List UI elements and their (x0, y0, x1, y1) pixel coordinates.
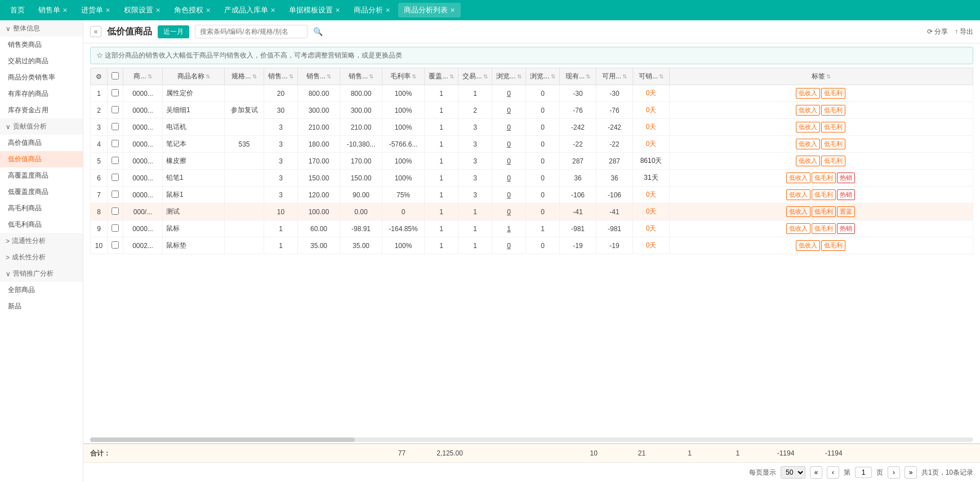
export-button[interactable]: ↑ 导出 (955, 27, 973, 37)
cell-browse1[interactable]: 0 (492, 136, 526, 153)
browse1-link[interactable]: 0 (507, 191, 511, 199)
row-checkbox[interactable] (112, 106, 119, 113)
nav-purchase[interactable]: 进货单✕ (75, 3, 116, 17)
col-sale2[interactable]: 销售...⇅ (298, 68, 340, 85)
browse1-link[interactable]: 0 (507, 140, 511, 148)
cell-browse1[interactable]: 0 (492, 153, 526, 170)
sidebar-group-growth[interactable]: > 成长性分析 (0, 249, 83, 266)
browse1-link[interactable]: 1 (507, 225, 511, 233)
horizontal-scrollbar[interactable] (90, 437, 973, 442)
row-checkbox[interactable] (112, 123, 119, 130)
browse1-link[interactable]: 0 (507, 157, 511, 165)
search-input[interactable] (195, 25, 308, 38)
sidebar-item-traded[interactable]: 交易过的商品 (0, 53, 83, 69)
nav-role[interactable]: 角色授权✕ (168, 3, 216, 17)
col-sale1[interactable]: 销售...⇅ (264, 68, 298, 85)
per-page-select[interactable]: 50 (781, 466, 805, 479)
cell-browse1[interactable]: 1 (492, 220, 526, 237)
nav-template[interactable]: 单据模板设置✕ (283, 3, 346, 17)
col-code[interactable]: 商...⇅ (123, 68, 163, 85)
browse1-link[interactable]: 0 (507, 174, 511, 182)
nav-sales-close[interactable]: ✕ (63, 7, 68, 14)
sidebar-item-capital[interactable]: 库存资金占用 (0, 102, 83, 118)
cell-checkbox[interactable] (108, 237, 123, 254)
next-page-button[interactable]: › (888, 466, 900, 479)
browse1-link[interactable]: 0 (507, 123, 511, 131)
col-spec[interactable]: 规格...⇅ (225, 68, 264, 85)
cell-browse1[interactable]: 0 (492, 237, 526, 254)
row-checkbox[interactable] (112, 207, 119, 215)
col-available[interactable]: 可用...⇅ (596, 68, 633, 85)
sidebar-group-contribution[interactable]: ∨ 贡献值分析 (0, 118, 83, 135)
sidebar-group-overview[interactable]: ∨ 整体信息 (0, 20, 83, 37)
col-tags[interactable]: 标签⇅ (670, 68, 973, 85)
cell-checkbox[interactable] (108, 153, 123, 170)
nav-analysis-list[interactable]: 商品分析列表✕ (398, 3, 461, 17)
cell-browse1[interactable]: 0 (492, 187, 526, 204)
sidebar-item-low-margin[interactable]: 低毛利商品 (0, 216, 83, 233)
col-trade[interactable]: 交易...⇅ (458, 68, 492, 85)
cell-checkbox[interactable] (108, 170, 123, 187)
cell-checkbox[interactable] (108, 204, 123, 220)
col-coverage[interactable]: 覆盖...⇅ (425, 68, 458, 85)
nav-analysis[interactable]: 商品分析✕ (348, 3, 396, 17)
share-button[interactable]: ⟳ 分享 (927, 27, 948, 37)
cell-browse1[interactable]: 0 (492, 204, 526, 220)
collapse-button[interactable]: « (90, 26, 101, 37)
select-all-checkbox[interactable] (112, 72, 119, 79)
col-sale3[interactable]: 销售...⇅ (340, 68, 382, 85)
browse1-link[interactable]: 0 (507, 242, 511, 250)
row-checkbox[interactable] (112, 174, 119, 181)
browse1-link[interactable]: 0 (507, 208, 511, 216)
col-settings[interactable]: ⚙ (91, 68, 108, 85)
row-checkbox[interactable] (112, 140, 119, 147)
sidebar-item-low-coverage[interactable]: 低覆盖度商品 (0, 184, 83, 200)
nav-warehouse[interactable]: 产成品入库单✕ (219, 3, 281, 17)
sidebar-item-low-value[interactable]: 低价值商品 (0, 151, 83, 167)
sidebar-item-in-stock[interactable]: 有库存的商品 (0, 86, 83, 102)
sidebar-group-marketing[interactable]: ∨ 营销推广分析 (0, 266, 83, 282)
cell-checkbox[interactable] (108, 102, 123, 119)
cell-checkbox[interactable] (108, 187, 123, 204)
sidebar-item-category-rate[interactable]: 商品分类销售率 (0, 69, 83, 86)
sidebar-item-high-margin[interactable]: 高毛利商品 (0, 200, 83, 216)
prev-page-button[interactable]: ‹ (827, 466, 839, 479)
search-icon[interactable]: 🔍 (313, 27, 323, 36)
col-sellable[interactable]: 可销...⇅ (633, 68, 670, 85)
cell-browse1[interactable]: 0 (492, 85, 526, 102)
cell-browse1[interactable]: 0 (492, 119, 526, 136)
row-checkbox[interactable] (112, 241, 119, 249)
cell-checkbox[interactable] (108, 220, 123, 237)
col-margin[interactable]: 毛利率⇅ (382, 68, 425, 85)
cell-checkbox[interactable] (108, 119, 123, 136)
sidebar-item-sales-products[interactable]: 销售类商品 (0, 37, 83, 53)
row-checkbox[interactable] (112, 191, 119, 198)
sidebar-item-all-products[interactable]: 全部商品 (0, 282, 83, 298)
nav-home[interactable]: 首页 (5, 3, 30, 17)
page-number-input[interactable] (855, 467, 872, 478)
nav-permission[interactable]: 权限设置✕ (118, 3, 166, 17)
col-name[interactable]: 商品名称⇅ (163, 68, 225, 85)
row-checkbox[interactable] (112, 224, 119, 232)
row-checkbox[interactable] (112, 157, 119, 164)
col-checkbox[interactable] (108, 68, 123, 85)
row-checkbox[interactable] (112, 89, 119, 96)
scroll-thumb[interactable] (90, 437, 355, 442)
cell-checkbox[interactable] (108, 85, 123, 102)
nav-sales[interactable]: 销售单✕ (33, 3, 73, 17)
col-browse1[interactable]: 浏览...⇅ (492, 68, 526, 85)
cell-checkbox[interactable] (108, 136, 123, 153)
last-page-button[interactable]: » (905, 466, 917, 479)
browse1-link[interactable]: 0 (507, 107, 511, 114)
cell-browse1[interactable]: 0 (492, 170, 526, 187)
sidebar-group-liquidity[interactable]: > 流通性分析 (0, 233, 83, 249)
cell-browse1[interactable]: 0 (492, 102, 526, 119)
col-current[interactable]: 现有...⇅ (560, 68, 596, 85)
date-filter-button[interactable]: 近一月 (158, 25, 189, 38)
first-page-button[interactable]: « (810, 466, 822, 479)
browse1-link[interactable]: 0 (507, 90, 511, 98)
sidebar-item-high-value[interactable]: 高价值商品 (0, 135, 83, 151)
col-browse2[interactable]: 浏览...⇅ (526, 68, 560, 85)
sidebar-item-new-products[interactable]: 新品 (0, 298, 83, 315)
sidebar-item-high-coverage[interactable]: 高覆盖度商品 (0, 167, 83, 184)
